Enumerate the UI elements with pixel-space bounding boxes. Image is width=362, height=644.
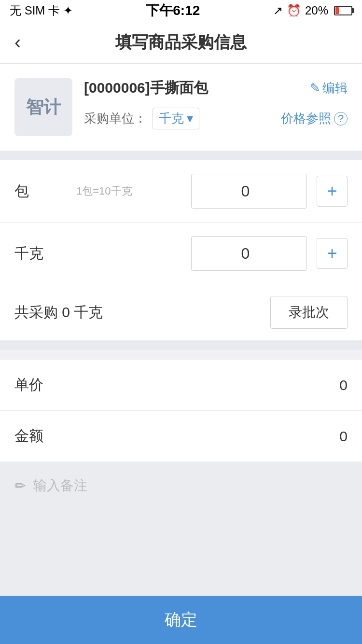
pencil-icon: ✏ (14, 478, 26, 494)
unit-select-dropdown[interactable]: 千克 ▾ (153, 108, 199, 129)
product-name-row: [0000006]手撕面包 ✎ 编辑 (84, 78, 348, 98)
edit-button[interactable]: ✎ 编辑 (310, 80, 348, 97)
sublabel-bao: 1包=10千克 (76, 184, 132, 198)
dropdown-arrow-icon: ▾ (187, 111, 193, 126)
unit-value: 千克 (159, 110, 184, 127)
back-button[interactable]: ‹ (10, 27, 26, 58)
section-divider-1 (0, 151, 362, 160)
input-section: 包 1包=10千克 + 千克 + (0, 160, 362, 284)
label-bao: 包 (14, 182, 72, 201)
product-card: 智计 [0000006]手撕面包 ✎ 编辑 采购单位： 千克 ▾ (0, 64, 362, 151)
product-name: [0000006]手撕面包 (84, 78, 208, 98)
input-row-kg: 千克 + (0, 223, 362, 284)
sim-status: 无 SIM 卡 ✦ (10, 3, 73, 18)
amount-label: 金额 (14, 426, 43, 446)
note-placeholder-text: 输入备注 (33, 476, 87, 495)
nav-bar: ‹ 填写商品采购信息 (0, 21, 362, 64)
plus-button-kg[interactable]: + (317, 238, 348, 269)
unit-row: 采购单位： 千克 ▾ 价格参照 ? (84, 108, 348, 129)
section-divider-2 (0, 340, 362, 350)
battery-icon (334, 6, 352, 15)
unit-label: 采购单位： (84, 110, 147, 127)
status-right: ↗ ⏰ 20% (273, 4, 352, 17)
status-time: 下午6:12 (146, 1, 200, 20)
price-ref-help-icon: ? (334, 112, 348, 126)
status-left: 无 SIM 卡 ✦ (10, 3, 73, 18)
batch-record-button[interactable]: 录批次 (270, 296, 348, 329)
summary-row: 共采购 0 千克 录批次 (0, 284, 362, 340)
price-reference-button[interactable]: 价格参照 ? (281, 110, 348, 127)
alarm-icon: ⏰ (287, 4, 301, 17)
input-wrap-bao: + (132, 174, 348, 209)
product-details: [0000006]手撕面包 ✎ 编辑 采购单位： 千克 ▾ 价格参照 ? (84, 78, 348, 129)
amount-value: 0 (339, 428, 348, 445)
input-wrap-kg: + (72, 236, 348, 271)
price-ref-label: 价格参照 (281, 110, 331, 127)
note-section[interactable]: ✏ 输入备注 (0, 462, 362, 510)
edit-label: 编辑 (322, 80, 348, 97)
unit-selector-wrap: 采购单位： 千克 ▾ (84, 108, 199, 129)
location-icon: ↗ (273, 4, 283, 17)
quantity-input-kg[interactable] (191, 236, 307, 271)
product-thumbnail: 智计 (14, 78, 72, 136)
page-title: 填写商品采购信息 (115, 31, 247, 54)
plus-button-bao[interactable]: + (317, 176, 348, 207)
battery-percent: 20% (305, 4, 328, 17)
total-purchase-text: 共采购 0 千克 (14, 303, 103, 322)
unit-price-row: 单价 0 (0, 360, 362, 411)
unit-price-value: 0 (339, 377, 348, 393)
unit-price-label: 单价 (14, 375, 43, 395)
confirm-button[interactable]: 确定 (0, 596, 362, 644)
status-bar: 无 SIM 卡 ✦ 下午6:12 ↗ ⏰ 20% (0, 0, 362, 21)
quantity-input-bao[interactable] (191, 174, 307, 209)
edit-icon: ✎ (310, 81, 320, 96)
label-kg: 千克 (14, 244, 72, 264)
price-info-section: 单价 0 金额 0 (0, 360, 362, 462)
amount-row: 金额 0 (0, 411, 362, 462)
input-row-bao: 包 1包=10千克 + (0, 160, 362, 223)
